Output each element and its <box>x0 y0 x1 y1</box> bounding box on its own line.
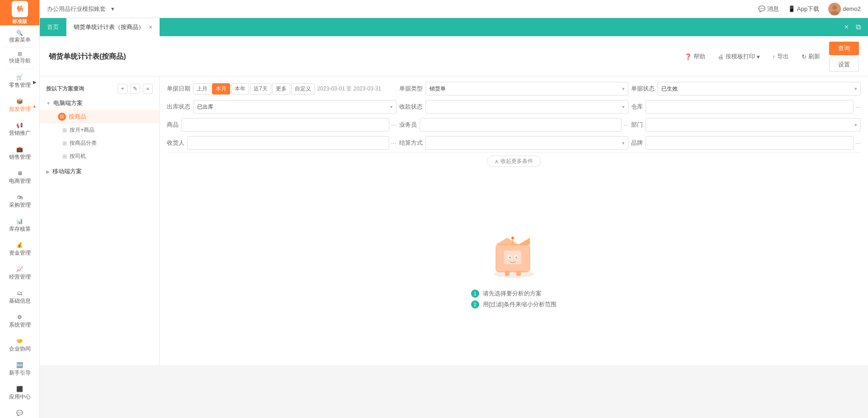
help-btn[interactable]: ❓ 帮助 <box>681 51 709 62</box>
warehouse-input-wrapper: ··· <box>646 100 861 114</box>
export-icon: ↑ <box>773 53 776 60</box>
empty-step-1: 1 请先选择要分析的方案 <box>471 290 557 298</box>
collapse-row: ∧ 收起更多条件 <box>167 152 861 171</box>
tree-sub-item-driver[interactable]: ⊞ 按司机 <box>40 150 159 163</box>
sidebar-search-label: 搜索菜单 <box>4 36 36 44</box>
sidebar-item-retail[interactable]: 🛒 零售管理 ▶ <box>0 70 39 94</box>
date-tab-custom[interactable]: 自定义 <box>291 83 315 95</box>
tree-sub-icon-3: ⊞ <box>62 153 67 160</box>
brand-label: 品牌 <box>631 139 643 147</box>
sidebar-nav[interactable]: ⊞ 快捷导航 <box>0 49 39 67</box>
export-btn[interactable]: ↑ 导出 <box>769 51 793 62</box>
tab-restore-btn[interactable]: ⧉ <box>854 21 863 33</box>
filter-row-2: 出库状态 已出库 ▾ 收款状态 <box>167 100 861 114</box>
tab-stats-close[interactable]: × <box>149 24 152 31</box>
outstatus-select[interactable]: 已出库 <box>193 100 396 114</box>
tab-close-btn[interactable]: × <box>843 21 850 33</box>
date-range: 2023-03-01 至 2023-03-31 <box>317 85 381 93</box>
collapse-icon: ∧ <box>495 158 499 165</box>
settle-select[interactable] <box>425 136 629 150</box>
edit-scheme-btn[interactable]: ✎ <box>130 84 140 94</box>
tab-stats[interactable]: 销货单统计计表（按商品） × <box>66 18 160 36</box>
salesman-dots[interactable]: ··· <box>623 121 629 128</box>
sidebar-item-purchase-label: 采购管理 <box>2 201 38 209</box>
filter-dept-cell: 部门 ▾ <box>631 118 861 132</box>
sidebar-item-apps[interactable]: ⬛ 应用中心 <box>0 381 39 405</box>
svg-point-10 <box>515 256 517 258</box>
sidebar-item-mgmt[interactable]: 📈 经营管理 <box>0 261 39 285</box>
receiver-label: 收货人 <box>167 139 184 147</box>
filter-docstatus-cell: 单据状态 已生效 ▾ <box>631 82 861 95</box>
empty-illustration <box>482 229 546 279</box>
sidebar-item-system[interactable]: ⚙ 系统管理 <box>0 309 39 333</box>
sidebar-item-ecommerce[interactable]: 🖥 电商管理 <box>0 166 39 190</box>
sidebar-item-collab[interactable]: 🤝 企业协同 <box>0 333 39 357</box>
doctype-label: 单据类型 <box>399 85 423 93</box>
tab-stats-label: 销货单统计计表（按商品） <box>74 23 144 31</box>
receiver-dots[interactable]: ··· <box>391 139 396 147</box>
doctype-select[interactable]: 销货单 <box>425 82 629 95</box>
collapse-panel-btn[interactable]: « <box>143 84 153 94</box>
sidebar-item-sales[interactable]: 💼 销售管理 <box>0 142 39 166</box>
tree-item-by-goods[interactable]: 按 按商品 <box>40 110 159 124</box>
message-icon: 💬 <box>758 5 765 12</box>
topbar-user[interactable]: demo2 <box>828 3 861 15</box>
date-tab-7days[interactable]: 近7天 <box>250 83 271 95</box>
step-num-1: 1 <box>471 290 479 298</box>
sidebar-item-wholesale[interactable]: 📦 批发管理 ▲ <box>0 94 39 118</box>
goods-dots[interactable]: ··· <box>391 121 396 128</box>
salesman-input[interactable] <box>420 118 622 132</box>
sidebar-item-marketing[interactable]: 📢 营销推广 <box>0 118 39 142</box>
date-tab-this-year[interactable]: 本年 <box>231 83 249 95</box>
tree-group-mobile-header[interactable]: ▶ 移动端方案 <box>40 165 159 178</box>
refresh-btn[interactable]: ↻ 刷新 <box>798 51 824 62</box>
sidebar-item-basics[interactable]: 🗂 基础信息 <box>0 285 39 309</box>
tree-sub-item-month-goods[interactable]: ⊞ 按月+商品 <box>40 124 159 137</box>
warehouse-dots[interactable]: ··· <box>855 103 861 110</box>
topbar-message[interactable]: 💬 消息 <box>758 5 779 13</box>
goods-input[interactable] <box>181 118 389 132</box>
sidebar-item-finance[interactable]: 💰 资金管理 <box>0 238 39 261</box>
add-scheme-btn[interactable]: + <box>118 84 127 94</box>
sidebar-item-purchase[interactable]: 🛍 采购管理 <box>0 190 39 214</box>
topbar: 办公用品行业模拟账套 ▾ 💬 消息 📱 App下载 demo2 <box>40 0 868 18</box>
tree-sub-icon-1: ⊞ <box>62 127 67 133</box>
date-tab-last-month[interactable]: 上月 <box>193 83 211 95</box>
topbar-industry: 办公用品行业模拟账套 <box>47 5 106 13</box>
sidebar-logo[interactable]: 畅 标准版 <box>0 0 39 25</box>
query-button[interactable]: 查询 <box>829 42 859 55</box>
tree-group-pc-header[interactable]: ▼ 电脑端方案 <box>40 96 159 110</box>
collapse-btn[interactable]: ∧ 收起更多条件 <box>487 156 541 167</box>
tree-sub-item-category[interactable]: ⊞ 按商品分类 <box>40 137 159 150</box>
date-tab-more[interactable]: 更多 <box>272 83 290 95</box>
date-tab-this-month[interactable]: 本月 <box>212 83 230 95</box>
receiver-input[interactable] <box>187 136 389 150</box>
docstatus-select-wrapper: 已生效 ▾ <box>657 82 861 95</box>
content-area: 销货单统计计表(按商品) ❓ 帮助 🖨 按模板打印 ▾ ↑ 导出 ↻ 刷新 <box>40 36 868 418</box>
right-content: 单据日期 上月 本月 本年 近7天 更多 自定义 2023-03-01 至 20… <box>160 76 868 365</box>
left-panel-title-text: 按以下方案查询 <box>46 85 84 93</box>
settings-button[interactable]: 设置 <box>829 58 859 71</box>
warehouse-input[interactable] <box>646 100 854 114</box>
sidebar-item-inventory-label: 库存核算 <box>2 225 38 233</box>
receiver-input-wrapper: ··· <box>187 136 396 150</box>
receivestatus-select[interactable] <box>425 100 629 114</box>
topbar-app-download[interactable]: 📱 App下载 <box>788 5 819 13</box>
dept-select[interactable] <box>646 118 861 132</box>
tab-home[interactable]: 首页 <box>40 18 66 36</box>
filter-row-1: 单据日期 上月 本月 本年 近7天 更多 自定义 2023-03-01 至 20… <box>167 82 861 95</box>
sidebar-item-wechat[interactable]: 💬 企业微信 <box>0 405 39 418</box>
topbar-dropdown[interactable]: ▾ <box>111 5 114 12</box>
brand-dots[interactable]: ··· <box>855 139 861 147</box>
sidebar-search[interactable]: 🔍 搜索菜单 <box>0 25 39 47</box>
tree-group-mobile: ▶ 移动端方案 <box>40 165 159 180</box>
filter-outstatus-cell: 出库状态 已出库 ▾ <box>167 100 396 114</box>
empty-state: 1 请先选择要分析的方案 2 用[过滤]条件来缩小分析范围 <box>160 175 868 365</box>
receivestatus-select-wrapper: ▾ <box>425 100 629 114</box>
sidebar-item-inventory[interactable]: 📊 库存核算 <box>0 214 39 238</box>
brand-input[interactable] <box>646 136 854 150</box>
filter-receivestatus-cell: 收款状态 ▾ <box>399 100 629 114</box>
print-btn[interactable]: 🖨 按模板打印 ▾ <box>714 51 764 62</box>
sidebar-item-guide[interactable]: 🆕 新手引导 <box>0 357 39 381</box>
docstatus-select[interactable]: 已生效 <box>657 82 861 95</box>
